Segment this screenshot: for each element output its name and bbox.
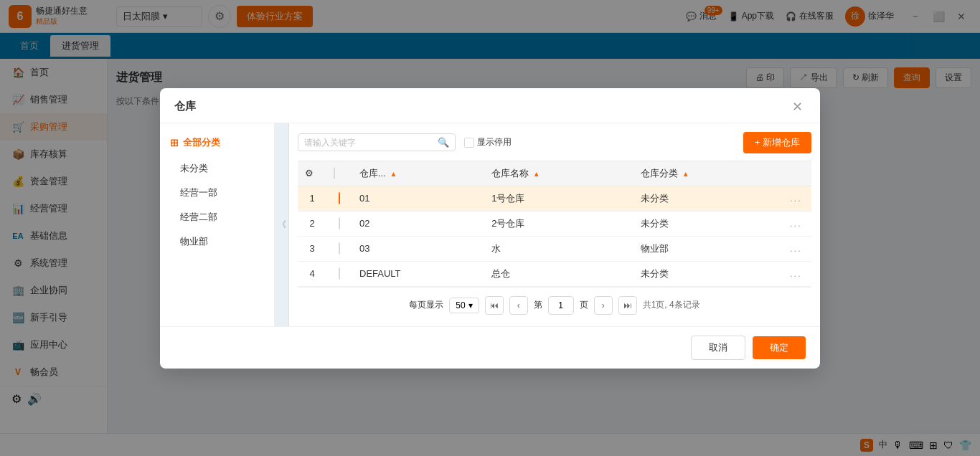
search-row: 🔍 显示停用 xyxy=(298,133,512,151)
table-row[interactable]: 2 02 2号仓库 未分类 ... xyxy=(298,211,811,236)
warehouse-modal: 仓库 ✕ ⊞ 全部分类 未分类 经营一部 经营二部 物业部 《 xyxy=(160,88,820,369)
table-toolbar: 🔍 显示停用 + 新增仓库 xyxy=(298,132,811,153)
table-row[interactable]: 1 01 1号仓库 未分类 ... xyxy=(298,186,811,211)
cat-item-uncategorized[interactable]: 未分类 xyxy=(160,156,274,181)
row-category: 物业部 xyxy=(633,236,783,261)
table-wrapper: ⚙ 仓库... ▲ 仓库名称 ▲ xyxy=(298,161,811,287)
grid-icon: ⊞ xyxy=(170,137,179,148)
per-page-arrow-icon: ▾ xyxy=(468,300,473,310)
search-box: 🔍 xyxy=(298,133,456,151)
modal-title: 仓库 xyxy=(174,100,196,113)
row-num: 1 xyxy=(298,186,326,211)
row-checkbox[interactable] xyxy=(339,217,340,229)
row-checkbox-cell xyxy=(326,211,352,236)
row-code: 01 xyxy=(352,186,484,211)
modal-overlay: 仓库 ✕ ⊞ 全部分类 未分类 经营一部 经营二部 物业部 《 xyxy=(0,0,980,456)
select-all-checkbox[interactable] xyxy=(334,167,335,179)
row-more[interactable]: ... xyxy=(783,211,811,236)
table-row[interactable]: 3 03 水 物业部 ... xyxy=(298,236,811,261)
modal-body: ⊞ 全部分类 未分类 经营一部 经营二部 物业部 《 🔍 xyxy=(160,123,820,326)
all-category-label: 全部分类 xyxy=(183,136,220,149)
row-more[interactable]: ... xyxy=(783,186,811,211)
th-name-label: 仓库名称 xyxy=(491,168,529,179)
row-code: DEFAULT xyxy=(352,261,484,286)
page-unit-label: 页 xyxy=(580,299,588,311)
th-settings[interactable]: ⚙ xyxy=(298,161,326,186)
per-page-label: 每页显示 xyxy=(409,299,443,311)
row-category: 未分类 xyxy=(633,186,783,211)
th-code: 仓库... ▲ xyxy=(352,161,484,186)
search-icon: 🔍 xyxy=(438,137,449,148)
row-more[interactable]: ... xyxy=(783,261,811,286)
table-row[interactable]: 4 DEFAULT 总仓 未分类 ... xyxy=(298,261,811,286)
page-number-label: 第 xyxy=(534,299,542,311)
th-code-label: 仓库... xyxy=(359,168,386,179)
first-page-button[interactable]: ⏮ xyxy=(485,296,504,315)
th-name: 仓库名称 ▲ xyxy=(484,161,633,186)
pagination: 每页显示 50 ▾ ⏮ ‹ 第 页 › ⏭ 共1页, 4条记录 xyxy=(298,287,811,318)
row-category: 未分类 xyxy=(633,211,783,236)
row-code: 03 xyxy=(352,236,484,261)
modal-header: 仓库 ✕ xyxy=(160,88,820,123)
add-warehouse-button[interactable]: + 新增仓库 xyxy=(743,132,811,153)
table-area: 🔍 显示停用 + 新增仓库 ⚙ xyxy=(289,123,820,326)
row-name: 2号仓库 xyxy=(484,211,633,236)
sort-icon-category: ▲ xyxy=(682,170,689,178)
sort-icon-name: ▲ xyxy=(533,170,540,178)
next-page-button[interactable]: › xyxy=(594,296,613,315)
row-category: 未分类 xyxy=(633,261,783,286)
show-disabled-text: 显示停用 xyxy=(477,136,512,148)
row-checkbox-cell xyxy=(326,186,352,211)
cat-item-ops2[interactable]: 经营二部 xyxy=(160,205,274,229)
row-code: 02 xyxy=(352,211,484,236)
per-page-select[interactable]: 50 ▾ xyxy=(449,298,479,313)
th-category-label: 仓库分类 xyxy=(641,168,678,179)
row-checkbox[interactable] xyxy=(339,242,340,255)
search-input[interactable] xyxy=(304,138,433,148)
total-info: 共1页, 4条记录 xyxy=(643,299,700,311)
row-name: 1号仓库 xyxy=(484,186,633,211)
th-checkbox[interactable] xyxy=(326,161,352,186)
row-checkbox-cell xyxy=(326,261,352,286)
page-number-input[interactable] xyxy=(548,296,574,315)
show-disabled-checkbox[interactable] xyxy=(464,138,474,148)
row-more[interactable]: ... xyxy=(783,236,811,261)
row-checkbox-cell xyxy=(326,236,352,261)
category-sidebar: ⊞ 全部分类 未分类 经营一部 经营二部 物业部 xyxy=(160,123,275,326)
cat-item-ops1[interactable]: 经营一部 xyxy=(160,181,274,205)
row-num: 2 xyxy=(298,211,326,236)
prev-page-button[interactable]: ‹ xyxy=(509,296,528,315)
row-num: 3 xyxy=(298,236,326,261)
warehouse-table: ⚙ 仓库... ▲ 仓库名称 ▲ xyxy=(298,161,811,287)
row-name: 水 xyxy=(484,236,633,261)
th-category: 仓库分类 ▲ xyxy=(633,161,783,186)
per-page-value: 50 xyxy=(456,300,465,310)
row-num: 4 xyxy=(298,261,326,286)
all-category-item[interactable]: ⊞ 全部分类 xyxy=(160,132,274,156)
modal-footer: 取消 确定 xyxy=(160,326,820,369)
row-checkbox[interactable] xyxy=(339,267,340,280)
sort-icon-code: ▲ xyxy=(390,170,397,178)
confirm-button[interactable]: 确定 xyxy=(753,336,806,359)
show-disabled-label[interactable]: 显示停用 xyxy=(464,136,512,148)
modal-close-button[interactable]: ✕ xyxy=(788,98,806,115)
cancel-button[interactable]: 取消 xyxy=(691,336,745,360)
th-action xyxy=(783,161,811,186)
row-name: 总仓 xyxy=(484,261,633,286)
row-checkbox[interactable] xyxy=(339,192,340,204)
last-page-button[interactable]: ⏭ xyxy=(618,296,637,315)
category-collapse-button[interactable]: 《 xyxy=(275,123,289,326)
cat-item-property[interactable]: 物业部 xyxy=(160,229,274,254)
